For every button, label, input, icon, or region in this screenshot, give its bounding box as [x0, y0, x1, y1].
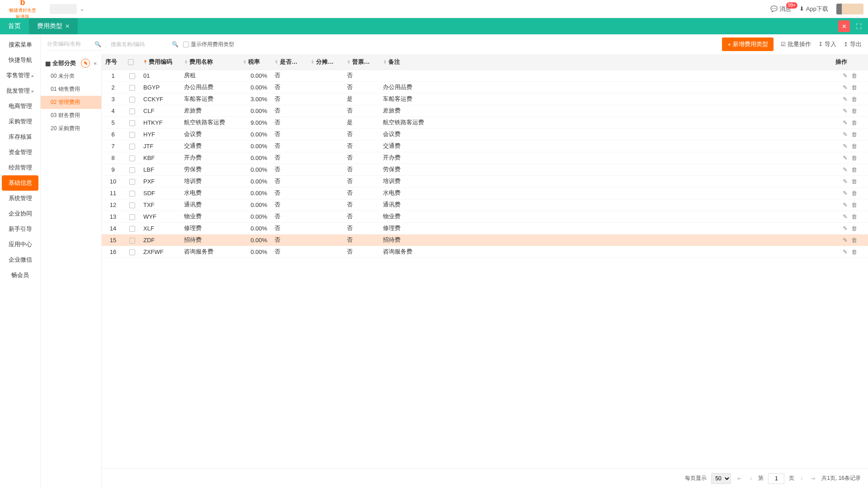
table-row[interactable]: 16ZXFWF咨询服务费0.00%否否咨询服务费✎🗑: [102, 246, 868, 258]
per-page-select[interactable]: 50: [711, 473, 731, 484]
cell-checkbox[interactable]: [124, 199, 140, 211]
edit-categories-button[interactable]: ✎: [81, 59, 90, 68]
show-disabled-checkbox[interactable]: 显示停用费用类型: [183, 41, 234, 48]
cell-checkbox[interactable]: [124, 211, 140, 222]
delete-icon[interactable]: 🗑: [851, 84, 857, 91]
table-row[interactable]: 6HYF会议费0.00%否否会议费✎🗑: [102, 128, 868, 140]
col-rate[interactable]: ▲▼税率: [239, 54, 271, 70]
table-row[interactable]: 10PXF培训费0.00%否否培训费✎🗑: [102, 175, 868, 187]
col-share[interactable]: ▲▼分摊…: [307, 54, 343, 70]
cell-checkbox[interactable]: [124, 234, 140, 246]
app-download-button[interactable]: ⬇ App下载: [799, 5, 828, 13]
row-checkbox[interactable]: [129, 144, 135, 150]
sidebar-item[interactable]: 采购管理: [0, 114, 40, 129]
cell-checkbox[interactable]: [124, 246, 140, 258]
tab-close-icon[interactable]: ✕: [65, 23, 70, 29]
cell-checkbox[interactable]: [124, 81, 140, 93]
name-search-input[interactable]: 搜索名称/编码 🔍: [111, 38, 179, 51]
delete-icon[interactable]: 🗑: [851, 237, 857, 244]
row-checkbox[interactable]: [129, 167, 135, 173]
first-page-button[interactable]: ⇤: [736, 475, 744, 482]
table-row[interactable]: 3CCKYF车船客运费3.00%否是车船客运费✎🗑: [102, 93, 868, 105]
sidebar-item[interactable]: 企业微信: [0, 252, 40, 267]
sidebar-item[interactable]: 搜索菜单: [0, 37, 40, 52]
table-row[interactable]: 101房租0.00%否否✎🗑: [102, 70, 868, 81]
edit-icon[interactable]: ✎: [843, 155, 848, 161]
search-icon[interactable]: 🔍: [94, 41, 101, 47]
cell-checkbox[interactable]: [124, 222, 140, 234]
sidebar-item[interactable]: 电商管理: [0, 99, 40, 114]
delete-icon[interactable]: 🗑: [851, 108, 857, 114]
col-remark[interactable]: ▲▼备注: [379, 54, 832, 70]
col-pupiao[interactable]: ▲▼普票…: [343, 54, 379, 70]
sidebar-item[interactable]: 新手引导: [0, 221, 40, 237]
row-checkbox[interactable]: [129, 97, 135, 103]
category-item[interactable]: 01 销售费用: [41, 83, 101, 96]
tab-home[interactable]: 首页: [0, 18, 29, 34]
row-checkbox[interactable]: [129, 179, 135, 185]
edit-icon[interactable]: ✎: [843, 131, 848, 138]
edit-icon[interactable]: ✎: [843, 190, 848, 197]
col-name[interactable]: ▲▼费用名称: [180, 54, 239, 70]
export-button[interactable]: ↥ 导出: [844, 40, 862, 48]
table-row[interactable]: 14XLF修理费0.00%否否修理费✎🗑: [102, 222, 868, 234]
col-code[interactable]: ▲▼费用编码: [140, 54, 180, 70]
table-row[interactable]: 12TXF通讯费0.00%否否通讯费✎🗑: [102, 199, 868, 211]
import-button[interactable]: ↧ 导入: [818, 40, 836, 48]
category-item[interactable]: 02 管理费用: [41, 96, 101, 109]
category-item[interactable]: 03 财务费用: [41, 109, 101, 122]
cell-checkbox[interactable]: [124, 140, 140, 152]
cell-checkbox[interactable]: [124, 128, 140, 140]
delete-icon[interactable]: 🗑: [851, 155, 857, 161]
close-all-tabs-button[interactable]: ✕: [838, 20, 850, 32]
table-row[interactable]: 4CLF差旅费0.00%否否差旅费✎🗑: [102, 105, 868, 117]
table-row[interactable]: 8KBF开办费0.00%否否开办费✎🗑: [102, 152, 868, 164]
row-checkbox[interactable]: [129, 214, 135, 220]
org-selector[interactable]: ⌄: [50, 4, 85, 14]
sidebar-item[interactable]: 基础信息: [2, 175, 38, 191]
cell-checkbox[interactable]: [124, 70, 140, 81]
cell-checkbox[interactable]: [124, 105, 140, 117]
edit-icon[interactable]: ✎: [843, 237, 848, 244]
sidebar-item[interactable]: 批发管理▸: [0, 83, 40, 99]
sidebar-item[interactable]: 经营管理: [0, 160, 40, 175]
row-checkbox[interactable]: [129, 108, 135, 114]
messages-button[interactable]: 💬 消息 99+: [770, 5, 791, 13]
table-row[interactable]: 15ZDF招待费0.00%否否招待费✎🗑: [102, 234, 868, 246]
row-checkbox[interactable]: [129, 85, 135, 91]
table-row[interactable]: 11SDF水电费0.00%否否水电费✎🗑: [102, 187, 868, 199]
cell-checkbox[interactable]: [124, 187, 140, 199]
edit-icon[interactable]: ✎: [843, 213, 848, 220]
cell-checkbox[interactable]: [124, 117, 140, 128]
collapse-panel-icon[interactable]: «: [94, 60, 97, 66]
delete-icon[interactable]: 🗑: [851, 249, 857, 255]
batch-ops-button[interactable]: ☑ 批量操作: [781, 40, 811, 48]
row-checkbox[interactable]: [129, 132, 135, 138]
sidebar-item[interactable]: 系统管理: [0, 191, 40, 206]
row-checkbox[interactable]: [129, 120, 135, 126]
delete-icon[interactable]: 🗑: [851, 72, 857, 79]
page-number-input[interactable]: [768, 473, 784, 484]
delete-icon[interactable]: 🗑: [851, 166, 857, 173]
cell-checkbox[interactable]: [124, 93, 140, 105]
sidebar-item[interactable]: 企业协同: [0, 206, 40, 221]
cell-checkbox[interactable]: [124, 164, 140, 175]
edit-icon[interactable]: ✎: [843, 72, 848, 79]
edit-icon[interactable]: ✎: [843, 119, 848, 126]
delete-icon[interactable]: 🗑: [851, 190, 857, 197]
row-checkbox[interactable]: [129, 238, 135, 244]
row-checkbox[interactable]: [129, 73, 135, 79]
edit-icon[interactable]: ✎: [843, 249, 848, 255]
table-row[interactable]: 7JTF交通费0.00%否否交通费✎🗑: [102, 140, 868, 152]
delete-icon[interactable]: 🗑: [851, 96, 857, 103]
edit-icon[interactable]: ✎: [843, 202, 848, 208]
edit-icon[interactable]: ✎: [843, 178, 848, 185]
col-seq[interactable]: 序号: [102, 54, 124, 70]
row-checkbox[interactable]: [129, 155, 135, 161]
sidebar-item[interactable]: 畅会员: [0, 267, 40, 283]
edit-icon[interactable]: ✎: [843, 143, 848, 150]
category-search-input[interactable]: 分类编码/名称 🔍: [47, 38, 101, 51]
next-page-button[interactable]: ›: [799, 475, 804, 482]
delete-icon[interactable]: 🗑: [851, 178, 857, 185]
delete-icon[interactable]: 🗑: [851, 119, 857, 126]
